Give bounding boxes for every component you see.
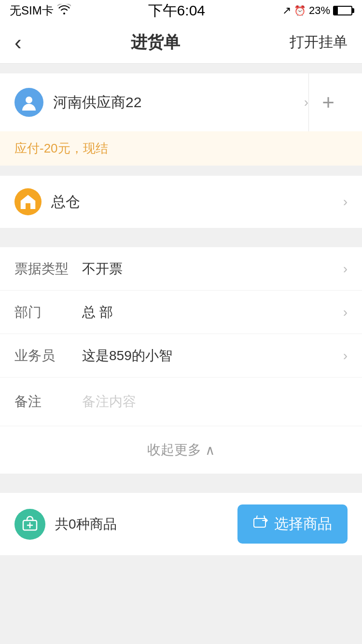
invoice-type-row[interactable]: 票据类型 不开票 › <box>0 247 362 291</box>
status-left: 无SIM卡 <box>10 3 71 18</box>
salesperson-label: 业务员 <box>14 347 72 365</box>
section-gap-1 <box>0 64 362 73</box>
location-icon: ↗ <box>282 4 291 17</box>
battery-icon <box>333 6 352 15</box>
salesperson-value: 这是859的小智 <box>82 347 338 365</box>
svg-rect-3 <box>254 518 265 527</box>
section-gap-2 <box>0 166 362 175</box>
invoice-chevron-icon: › <box>343 261 348 277</box>
svg-rect-1 <box>26 203 30 209</box>
department-value: 总 部 <box>82 303 338 322</box>
warehouse-name: 总仓 <box>51 192 338 212</box>
svg-point-0 <box>26 97 32 103</box>
invoice-type-label: 票据类型 <box>14 260 72 278</box>
remark-input[interactable]: 备注内容 <box>82 392 348 411</box>
back-button[interactable]: ‹ <box>14 30 22 55</box>
product-count: 共0种商品 <box>55 515 228 533</box>
collapse-icon: ∧ <box>205 442 215 458</box>
add-supplier-button[interactable]: + <box>309 90 348 114</box>
alert-text: 应付-20元，现结 <box>14 141 108 155</box>
bottom-section: 共0种商品 选择商品 <box>0 493 362 555</box>
department-row[interactable]: 部门 总 部 › <box>0 291 362 334</box>
collapse-section: 收起更多 ∧ <box>0 426 362 474</box>
select-product-label: 选择商品 <box>274 514 332 534</box>
remark-label: 备注 <box>14 392 72 411</box>
alert-banner: 应付-20元，现结 <box>0 131 362 166</box>
select-product-icon <box>253 516 268 532</box>
battery-percent: 23% <box>309 4 330 17</box>
collapse-label: 收起更多 <box>147 441 201 459</box>
product-icon <box>14 509 45 540</box>
department-label: 部门 <box>14 303 72 322</box>
select-product-button[interactable]: 选择商品 <box>237 504 348 544</box>
wifi-icon <box>57 4 71 17</box>
section-gap-4 <box>0 474 362 483</box>
nav-bar: ‹ 进货单 打开挂单 <box>0 21 362 64</box>
supplier-section: 河南供应商22 › + <box>0 73 362 131</box>
warehouse-chevron-icon: › <box>343 194 348 210</box>
supplier-avatar <box>14 88 43 117</box>
status-time: 下午6:04 <box>71 1 282 21</box>
status-bar: 无SIM卡 下午6:04 ↗ ⏰ 23% <box>0 0 362 21</box>
warehouse-icon <box>14 188 42 215</box>
carrier-label: 无SIM卡 <box>10 3 54 18</box>
form-section: 票据类型 不开票 › 部门 总 部 › 业务员 这是859的小智 › 备注 备注… <box>0 247 362 426</box>
status-right: ↗ ⏰ 23% <box>282 4 352 17</box>
alarm-icon: ⏰ <box>294 5 306 16</box>
warehouse-section[interactable]: 总仓 › <box>0 175 362 228</box>
supplier-chevron-icon: › <box>304 95 308 110</box>
invoice-type-value: 不开票 <box>82 260 338 278</box>
salesperson-chevron-icon: › <box>343 348 348 364</box>
section-gap-3 <box>0 228 362 238</box>
salesperson-row[interactable]: 业务员 这是859的小智 › <box>0 334 362 378</box>
main-content: 河南供应商22 › + 应付-20元，现结 总仓 › 票据类型 不开票 › <box>0 64 362 644</box>
supplier-row[interactable]: 河南供应商22 › <box>14 73 309 131</box>
open-pending-button[interactable]: 打开挂单 <box>290 32 348 52</box>
supplier-name: 河南供应商22 <box>53 93 299 112</box>
collapse-button[interactable]: 收起更多 ∧ <box>147 441 215 459</box>
remark-row[interactable]: 备注 备注内容 <box>0 378 362 426</box>
page-title: 进货单 <box>131 31 180 54</box>
department-chevron-icon: › <box>343 305 348 320</box>
